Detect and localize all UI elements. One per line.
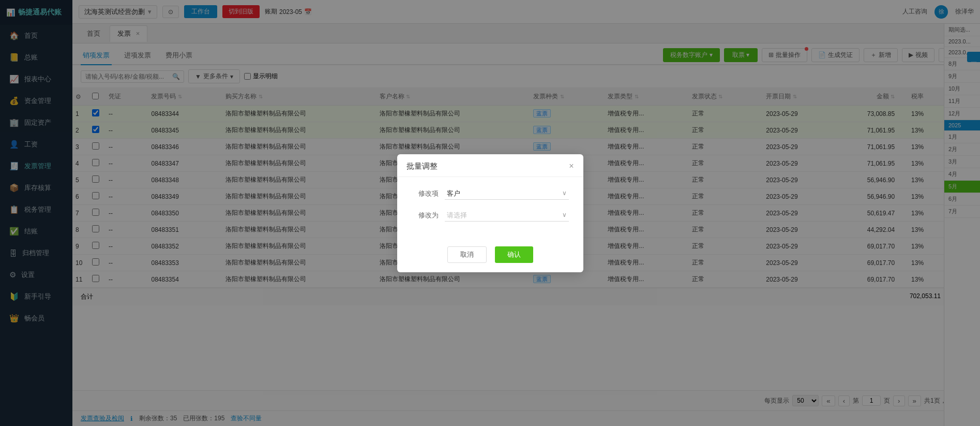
batch-adjust-modal: 批量调整 × 修改项 客户 ∨ 修改为 请选择 ∨ bbox=[397, 154, 583, 272]
form-row-modify-value: 修改为 请选择 ∨ bbox=[412, 209, 569, 222]
modify-value-select[interactable]: 请选择 bbox=[445, 209, 569, 221]
modal-overlay: 批量调整 × 修改项 客户 ∨ 修改为 请选择 ∨ bbox=[0, 0, 980, 426]
form-row-modify-field: 修改项 客户 ∨ bbox=[412, 187, 569, 200]
modal-title: 批量调整 bbox=[406, 161, 438, 171]
modify-field-select[interactable]: 客户 bbox=[445, 187, 569, 199]
modify-value-select-wrap: 请选择 ∨ bbox=[445, 209, 569, 222]
confirm-button[interactable]: 确认 bbox=[495, 246, 533, 263]
modify-value-label: 修改为 bbox=[412, 211, 439, 220]
modal-footer: 取消 确认 bbox=[397, 241, 583, 272]
modal-header: 批量调整 × bbox=[397, 154, 583, 177]
modal-close-button[interactable]: × bbox=[569, 161, 574, 171]
modify-field-label: 修改项 bbox=[412, 189, 439, 198]
modify-field-select-wrap: 客户 ∨ bbox=[445, 187, 569, 200]
modal-body: 修改项 客户 ∨ 修改为 请选择 ∨ bbox=[397, 177, 583, 241]
cancel-button[interactable]: 取消 bbox=[447, 246, 487, 263]
